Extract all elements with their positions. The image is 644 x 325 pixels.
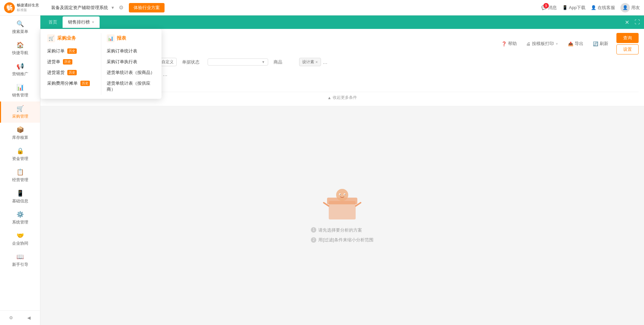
marketing-icon: 📢 — [16, 63, 24, 70]
receipt-stats-goods-label: 进货单统计表（按商品） — [107, 70, 155, 76]
menu-item-order-stats[interactable]: 采购订单统计表 — [104, 46, 158, 56]
tab-sales-ranking[interactable]: 销售排行榜 × — [63, 16, 100, 28]
marketing-label: 营销推广 — [12, 71, 28, 77]
print-icon: 🖨 — [526, 41, 531, 46]
svg-point-6 — [345, 194, 345, 195]
capital-mgmt-icon: 🔒 — [16, 147, 24, 155]
query-btn[interactable]: 查询 — [616, 33, 639, 43]
menu-item-purchase-order[interactable]: 采购订单 历史 — [44, 46, 98, 56]
sidebar: 🔍 搜索菜单 🏠 快捷导航 📢 营销推广 📊 销售管理 🛒 采购管理 📦 库存核… — [0, 15, 40, 325]
menu-divider — [101, 33, 101, 95]
svg-point-4 — [344, 193, 346, 195]
print-btn[interactable]: 🖨 按模板打印 ▼ — [524, 39, 561, 48]
system-mgmt-icon: ⚙️ — [16, 211, 24, 218]
help-btn[interactable]: ❓ 帮助 — [499, 39, 520, 48]
svg-point-2 — [336, 189, 348, 201]
sidebar-settings-icon: ⚙ — [9, 315, 13, 320]
menu-item-receipt[interactable]: 进货单 历史 — [44, 56, 98, 67]
sidebar-item-new-guide[interactable]: 📖 新手引导 — [0, 250, 40, 271]
order-exec-label: 采购订单执行表 — [107, 59, 137, 65]
goods-tag-close[interactable]: × — [316, 60, 318, 65]
user-action[interactable]: 👤 用友 — [620, 3, 640, 12]
refresh-icon: 🔄 — [593, 41, 598, 46]
salesperson-more-btn[interactable]: ... — [163, 71, 167, 77]
logo-icon: 畅 — [4, 2, 15, 13]
toolbar-actions: ❓ 帮助 🖨 按模板打印 ▼ 📤 导出 🔄 刷新 — [499, 39, 611, 48]
app-download-action[interactable]: 📱 App下载 — [562, 5, 585, 11]
sidebar-item-search-menu[interactable]: 🔍 搜索菜单 — [0, 17, 40, 38]
industry-btn[interactable]: 体验行业方案 — [129, 3, 165, 12]
tab-bar-close-icon[interactable]: ✕ — [623, 18, 631, 27]
operation-mgmt-icon: 📋 — [16, 168, 24, 176]
menu-item-expense-split[interactable]: 采购费用分摊单 历史 — [44, 78, 98, 89]
tab-bar-fullscreen-icon[interactable]: ⛶ — [633, 18, 641, 27]
enterprise-collab-icon: 🤝 — [16, 232, 24, 239]
message-icon-wrap: 💬 9 — [541, 5, 547, 10]
tab-home[interactable]: 首页 — [43, 16, 63, 28]
refresh-btn[interactable]: 🔄 刷新 — [590, 39, 611, 48]
empty-step-2: 2 用[过滤]条件来缩小分析范围 — [311, 236, 373, 244]
purchase-order-badge: 历史 — [67, 48, 77, 54]
header-middle: 装备及固定资产辅助管理系统 ▼ ⚙ 体验行业方案 — [44, 3, 541, 12]
sidebar-item-system-mgmt[interactable]: ⚙️ 系统管理 — [0, 207, 40, 229]
menu-item-return[interactable]: 进货退货 历史 — [44, 67, 98, 78]
online-service-label: 在线客服 — [598, 5, 615, 11]
sidebar-item-enterprise-collab[interactable]: 🤝 企业协同 — [0, 229, 40, 250]
svg-point-5 — [340, 194, 341, 195]
step-1-num: 1 — [311, 227, 316, 233]
system-dropdown-arrow[interactable]: ▼ — [111, 5, 115, 10]
menu-item-order-exec[interactable]: 采购订单执行表 — [104, 56, 158, 67]
menu-item-receipt-stats-supplier[interactable]: 进货单统计表（按供应商） — [104, 78, 158, 95]
online-service-action[interactable]: 👤 在线客服 — [591, 5, 615, 11]
user-avatar: 👤 — [620, 3, 630, 12]
app-download-label: App下载 — [569, 5, 585, 11]
print-label: 按模板打印 — [532, 41, 554, 47]
doc-status-select[interactable]: ▼ — [208, 58, 268, 66]
sidebar-settings-btn[interactable]: ⚙ — [3, 313, 20, 322]
tab-sales-ranking-close[interactable]: × — [92, 20, 94, 25]
sidebar-collapse-btn[interactable]: ◀ — [21, 313, 38, 322]
menu-item-receipt-stats-goods[interactable]: 进货单统计表（按商品） — [104, 67, 158, 78]
refresh-label: 刷新 — [600, 41, 608, 47]
purchase-section-label: 采购业务 — [57, 35, 76, 41]
sidebar-item-inventory[interactable]: 📦 库存核算 — [0, 123, 40, 144]
logo-text-area: 畅捷通好生意 标准版 — [17, 3, 39, 12]
empty-state: 1 请先选择要分析的方案 2 用[过滤]条件来缩小分析范围 — [40, 106, 644, 325]
header-settings-icon[interactable]: ⚙ — [119, 4, 123, 11]
tab-bar: 首页 销售排行榜 × ✕ ⛶ — [40, 15, 644, 29]
new-guide-label: 新手引导 — [12, 262, 28, 268]
sidebar-item-sales-mgmt[interactable]: 📊 销售管理 — [0, 80, 40, 101]
sidebar-item-marketing[interactable]: 📢 营销推广 — [0, 59, 40, 80]
purchase-section-icon: 🛒 — [48, 36, 54, 41]
sidebar-item-purchase-mgmt[interactable]: 🛒 采购管理 — [0, 101, 40, 123]
enterprise-collab-label: 企业协同 — [12, 241, 28, 246]
return-label: 进货退货 — [47, 70, 65, 76]
sidebar-item-quick-nav[interactable]: 🏠 快捷导航 — [0, 38, 40, 59]
report-section-title: 📊 报表 — [104, 33, 158, 46]
sales-mgmt-icon: 📊 — [16, 84, 24, 91]
sidebar-item-basic-info[interactable]: 📱 基础信息 — [0, 186, 40, 207]
collapse-label: 收起更多条件 — [333, 95, 357, 100]
report-section: 📊 报表 采购订单统计表 采购订单执行表 进货单统计表（按商品） 进货单统计表（… — [104, 33, 158, 95]
sidebar-collapse-icon: ◀ — [27, 315, 31, 320]
service-icon: 👤 — [591, 5, 596, 10]
new-guide-icon: 📖 — [16, 253, 24, 260]
tab-bar-right: ✕ ⛶ — [623, 18, 641, 27]
goods-more-btn[interactable]: ... — [323, 59, 327, 65]
basic-info-icon: 📱 — [16, 190, 24, 197]
purchase-section: 🛒 采购业务 采购订单 历史 进货单 历史 进货退货 历史 采购费用分摊单 历史 — [44, 33, 98, 95]
inventory-label: 库存核算 — [12, 135, 28, 140]
receipt-badge: 历史 — [63, 59, 72, 65]
purchase-section-icon-box: 🛒 — [47, 34, 55, 42]
salesperson-filter-area: ... — [163, 71, 167, 77]
search-menu-icon: 🔍 — [16, 20, 24, 28]
sidebar-item-capital-mgmt[interactable]: 🔒 资金管理 — [0, 144, 40, 165]
order-stats-label: 采购订单统计表 — [107, 48, 137, 54]
settings-btn[interactable]: 设置 — [616, 44, 639, 54]
report-section-icon-box: 📊 — [107, 34, 115, 42]
receipt-label: 进货单 — [47, 59, 60, 65]
capital-mgmt-label: 资金管理 — [12, 156, 28, 162]
message-action[interactable]: 💬 9 消息 — [541, 5, 557, 11]
sidebar-item-operation-mgmt[interactable]: 📋 经营管理 — [0, 165, 40, 186]
export-btn[interactable]: 📤 导出 — [565, 39, 586, 48]
